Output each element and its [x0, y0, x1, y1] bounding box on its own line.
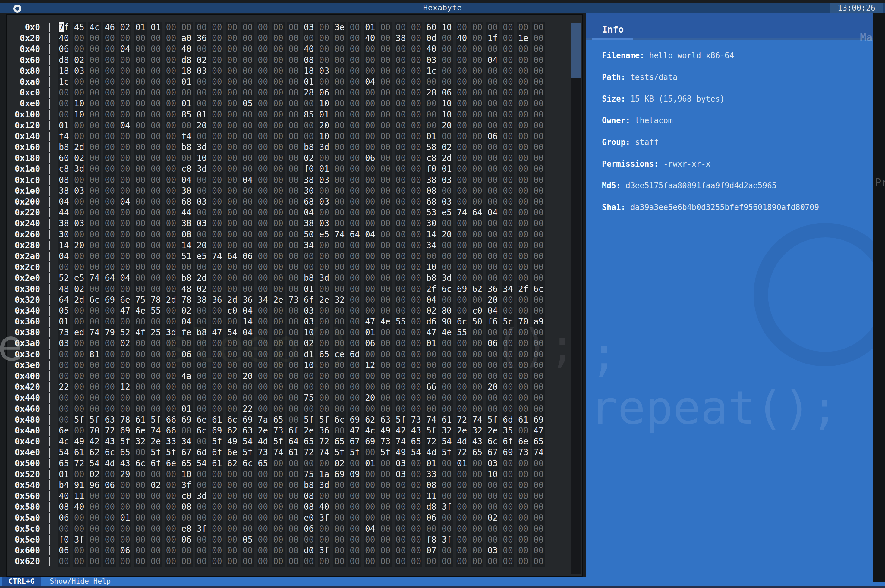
- hex-byte[interactable]: 54: [226, 327, 242, 338]
- hex-byte[interactable]: 00: [57, 110, 73, 120]
- hex-byte[interactable]: 00: [471, 349, 487, 360]
- hex-byte[interactable]: 00: [257, 22, 272, 33]
- hex-byte[interactable]: 00: [379, 98, 395, 109]
- hex-byte[interactable]: 00: [532, 196, 548, 207]
- hex-byte[interactable]: 00: [379, 545, 395, 556]
- hex-byte[interactable]: 00: [517, 131, 532, 142]
- hex-byte[interactable]: 00: [410, 491, 425, 501]
- hex-byte[interactable]: 06: [57, 512, 73, 523]
- hex-byte[interactable]: 00: [272, 512, 287, 523]
- hex-byte[interactable]: 00: [349, 76, 364, 87]
- hex-byte[interactable]: 00: [165, 131, 180, 142]
- hex-byte[interactable]: 00: [88, 512, 104, 523]
- hex-byte[interactable]: 00: [318, 262, 334, 273]
- hex-byte[interactable]: 00: [532, 534, 548, 545]
- hex-byte[interactable]: 06: [180, 349, 195, 360]
- hex-byte[interactable]: 00: [287, 229, 303, 240]
- hex-byte[interactable]: 00: [257, 316, 272, 327]
- hex-byte[interactable]: 00: [150, 240, 165, 251]
- hex-byte[interactable]: 00: [165, 186, 180, 196]
- hex-byte[interactable]: 00: [532, 393, 548, 404]
- hex-byte[interactable]: 00: [226, 110, 242, 120]
- hex-byte[interactable]: 74: [456, 207, 471, 218]
- hex-byte[interactable]: 00: [119, 218, 134, 229]
- hex-byte[interactable]: 00: [257, 240, 272, 251]
- hex-byte[interactable]: 00: [395, 382, 410, 393]
- hex-byte[interactable]: 00: [104, 229, 119, 240]
- hex-byte[interactable]: 72: [456, 414, 471, 425]
- hex-byte[interactable]: 14: [242, 316, 257, 327]
- hex-byte[interactable]: 25: [150, 327, 165, 338]
- hex-byte[interactable]: 00: [333, 327, 349, 338]
- hex-byte[interactable]: 72: [104, 425, 119, 436]
- hex-byte[interactable]: 00: [272, 480, 287, 491]
- hex-byte[interactable]: 03: [303, 316, 318, 327]
- hex-byte[interactable]: 2e: [150, 436, 165, 447]
- hex-byte[interactable]: 4a: [180, 371, 195, 382]
- hex-byte[interactable]: 00: [119, 534, 134, 545]
- hex-byte[interactable]: 73: [379, 436, 395, 447]
- hex-byte[interactable]: 00: [272, 349, 287, 360]
- hex-byte[interactable]: 00: [349, 327, 364, 338]
- hex-byte[interactable]: 00: [502, 218, 517, 229]
- hex-byte[interactable]: 00: [456, 524, 471, 534]
- hex-byte[interactable]: 00: [456, 131, 471, 142]
- hex-byte[interactable]: 00: [195, 512, 211, 523]
- hex-byte[interactable]: 74: [211, 251, 226, 262]
- hex-byte[interactable]: 00: [303, 33, 318, 44]
- hex-byte[interactable]: 00: [88, 76, 104, 87]
- hex-byte[interactable]: 49: [73, 436, 88, 447]
- hex-byte[interactable]: 00: [88, 338, 104, 349]
- hex-byte[interactable]: d8: [180, 55, 195, 66]
- hex-byte[interactable]: 00: [119, 66, 134, 76]
- hex-byte[interactable]: 6c: [242, 458, 257, 469]
- hex-byte[interactable]: 50: [303, 229, 318, 240]
- hex-byte[interactable]: 00: [287, 66, 303, 76]
- hex-byte[interactable]: 3d: [195, 164, 211, 174]
- hex-byte[interactable]: 00: [226, 76, 242, 87]
- hex-byte[interactable]: 00: [532, 66, 548, 76]
- hex-byte[interactable]: 00: [532, 164, 548, 174]
- hex-byte[interactable]: 00: [257, 218, 272, 229]
- hex-byte[interactable]: 00: [532, 186, 548, 196]
- hex-byte[interactable]: 43: [119, 458, 134, 469]
- hex-byte[interactable]: 00: [502, 229, 517, 240]
- hex-byte[interactable]: 07: [425, 545, 440, 556]
- hex-byte[interactable]: 01: [195, 110, 211, 120]
- hex-byte[interactable]: 6c: [456, 316, 471, 327]
- hex-byte[interactable]: 00: [333, 196, 349, 207]
- hex-byte[interactable]: 6c: [195, 425, 211, 436]
- hex-byte[interactable]: 00: [257, 87, 272, 98]
- hex-byte[interactable]: 46: [104, 22, 119, 33]
- hex-byte[interactable]: 2e: [318, 295, 334, 306]
- hex-byte[interactable]: 00: [57, 414, 73, 425]
- hex-byte[interactable]: 00: [471, 273, 487, 284]
- hex-byte[interactable]: 00: [395, 273, 410, 284]
- hex-byte[interactable]: b8: [195, 327, 211, 338]
- hex-byte[interactable]: 04: [364, 229, 379, 240]
- hex-byte[interactable]: 00: [456, 186, 471, 196]
- hex-byte[interactable]: 00: [318, 404, 334, 414]
- hex-byte[interactable]: 00: [456, 22, 471, 33]
- hex-byte[interactable]: f0: [303, 164, 318, 174]
- hex-byte[interactable]: 06: [486, 338, 502, 349]
- hex-byte[interactable]: 02: [73, 153, 88, 164]
- hex-byte[interactable]: 00: [517, 110, 532, 120]
- hex-byte[interactable]: ed: [73, 327, 88, 338]
- hex-byte[interactable]: 63: [379, 414, 395, 425]
- hex-byte[interactable]: 00: [134, 382, 150, 393]
- hex-byte[interactable]: 6c: [532, 284, 548, 295]
- hex-byte[interactable]: 00: [410, 349, 425, 360]
- hex-byte[interactable]: 00: [287, 186, 303, 196]
- hex-byte[interactable]: 00: [104, 142, 119, 153]
- hex-byte[interactable]: 00: [517, 349, 532, 360]
- hex-byte[interactable]: 61: [211, 414, 226, 425]
- hex-byte[interactable]: 00: [242, 186, 257, 196]
- hex-byte[interactable]: 04: [180, 175, 195, 186]
- hex-byte[interactable]: 00: [242, 44, 257, 54]
- hex-byte[interactable]: 49: [395, 447, 410, 458]
- hex-byte[interactable]: 08: [425, 186, 440, 196]
- hex-byte[interactable]: 00: [242, 480, 257, 491]
- hex-byte[interactable]: 00: [410, 240, 425, 251]
- hex-byte[interactable]: 00: [88, 142, 104, 153]
